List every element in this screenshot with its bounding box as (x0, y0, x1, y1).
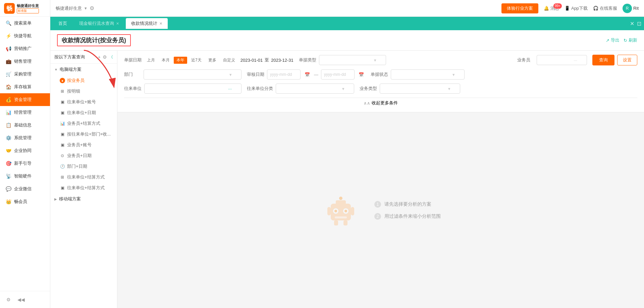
collapse-more-btn[interactable]: ∧∧ 收起更多条件 (124, 98, 637, 108)
tab-collection-close[interactable]: ✕ (159, 21, 162, 26)
sidebar-item-guide[interactable]: 🎯 新手引导 (0, 157, 50, 170)
scheme-item-counterparty-account[interactable]: ▣ 往来单位+账号 (50, 97, 117, 107)
settings-bottom-icon[interactable]: ⚙ (3, 295, 13, 305)
topbar-left: 畅捷通好生意 ▾ ⚙ (56, 5, 497, 11)
review-date-label: 审核日期 (247, 71, 264, 78)
sidebar-item-shortcut[interactable]: ⚡ 快捷导航 (0, 30, 50, 42)
date-tab-last-month[interactable]: 上月 (144, 57, 158, 64)
counterparty-select[interactable]: ··· (144, 84, 241, 94)
sidebar-item-marketing[interactable]: 📢 营销推广 (0, 42, 50, 55)
add-scheme-icon[interactable]: + (98, 54, 101, 60)
sidebar-item-search[interactable]: 🔍 搜索菜单 (0, 17, 50, 30)
topbar-settings-icon[interactable]: ⚙ (90, 5, 94, 11)
sidebar-item-purchase[interactable]: 🛒 采购管理 (0, 68, 50, 81)
svg-rect-1 (336, 200, 346, 205)
tab-collection-label: 收款情况统计 (131, 20, 157, 27)
voucher-status-select[interactable]: ▾ (391, 69, 465, 80)
scheme-item-salesman-account[interactable]: ▣ 业务员+账号 (50, 140, 117, 150)
query-btn[interactable]: 查询 (592, 55, 614, 65)
date-tab-custom[interactable]: 自定义 (220, 57, 238, 64)
scheme-item-counterparty-date[interactable]: ▣ 往来单位+日期 (50, 107, 117, 118)
voucher-type-dropdown-icon: ▾ (374, 58, 376, 63)
sidebar-item-inventory[interactable]: 🏠 库存核算 (0, 81, 50, 93)
scheme-item-cp-settle1[interactable]: ⊞ 往来单位+结算方式 (50, 172, 117, 183)
collapse-chevron-icon: ∧∧ (364, 101, 370, 106)
scheme-item-salesman[interactable]: ● 按业务员 (50, 75, 117, 86)
close-window-icon[interactable]: ✕ (630, 20, 634, 27)
filter-row-2: 部门 ▾ 审核日期 yyyy-mm-dd 📅 (124, 69, 637, 80)
online-service-btn[interactable]: 🎧 在线客服 (593, 5, 617, 11)
scheme-group-pc-header[interactable]: ▼ 电脑端方案 (50, 64, 117, 75)
nav-label-wechat: 企业微信 (14, 186, 32, 192)
review-date-cal2[interactable]: 📅 (357, 72, 365, 77)
nav-icon-guide: 🎯 (5, 160, 11, 166)
sidebar-item-finance[interactable]: 💰 资金管理 (0, 93, 50, 106)
nav-icon-shortcut: ⚡ (5, 33, 11, 39)
scheme-group-mobile: ▶ 移动端方案 (50, 193, 117, 205)
salesman-select[interactable]: ··· (537, 55, 587, 65)
review-date-to-placeholder: yyyy-mm-dd (324, 72, 346, 77)
sidebar-item-system[interactable]: ⚙️ 系统管理 (0, 132, 50, 144)
tab-collection[interactable]: 收款情况统计 ✕ (126, 18, 168, 29)
business-type-select[interactable]: ▾ (380, 84, 460, 94)
sidebar-item-wechat[interactable]: 💬 企业微信 (0, 183, 50, 195)
date-tab-7days[interactable]: 近7天 (189, 57, 204, 64)
sidebar-item-hardware[interactable]: 📡 智能硬件 (0, 170, 50, 183)
cp-category-select[interactable]: ▾ (276, 84, 354, 94)
cp-category-dropdown-icon: ▾ (342, 86, 344, 91)
svg-rect-8 (327, 207, 331, 215)
scheme-sm-account-label: 业务员+账号 (67, 142, 92, 148)
scheme-cp-account-label: 往来单位+账号 (67, 99, 96, 105)
app-download-btn[interactable]: 📱 App下载 (565, 5, 588, 11)
sidebar-item-member[interactable]: 👑 畅会员 (0, 195, 50, 208)
counterparty-label: 往来单位 (124, 86, 142, 92)
scheme-group-pc-label: 电脑端方案 (60, 66, 82, 72)
scheme-item-salesman-settle[interactable]: 📊 业务员+结算方式 (50, 118, 117, 129)
scheme-settings-icon[interactable]: ⚙ (103, 54, 107, 60)
svg-point-5 (334, 210, 337, 212)
scheme-item-salesman-date[interactable]: ⊙ 业务员+日期 (50, 150, 117, 161)
dept-select[interactable]: ▾ (144, 69, 241, 80)
voucher-type-select[interactable]: ▾ (319, 55, 386, 65)
filter-business-type-item: 业务类型 ▾ (360, 84, 460, 94)
scheme-cp-settle1-icon: ⊞ (60, 174, 65, 180)
collapse-panel-icon[interactable]: 《 (109, 54, 113, 60)
nav-icon-inventory: 🏠 (5, 84, 11, 90)
scheme-item-dept-date[interactable]: 🕐 部门+日期 (50, 161, 117, 172)
sidebar-item-basic[interactable]: 📋 基础信息 (0, 119, 50, 132)
user-area[interactable]: R Rit (623, 4, 639, 13)
date-tab-this-month[interactable]: 本月 (159, 57, 172, 64)
scheme-item-detail[interactable]: ⊞ 按明细 (50, 86, 117, 97)
export-btn[interactable]: ↗ 导出 (606, 37, 620, 43)
business-type-dropdown-icon: ▾ (448, 86, 450, 91)
message-btn[interactable]: 🔔 消息 99+ (544, 5, 559, 11)
sidebar-item-enterprise[interactable]: 🤝 企业协同 (0, 144, 50, 157)
date-tab-this-year[interactable]: 本年 (174, 57, 187, 64)
svg-rect-7 (335, 216, 347, 218)
review-date-from[interactable]: yyyy-mm-dd (267, 69, 301, 80)
tab-bank-close[interactable]: ✕ (116, 21, 119, 26)
tab-bank[interactable]: 现金银行流水查询 ✕ (74, 18, 124, 29)
sidebar-item-sales[interactable]: 💼 销售管理 (0, 55, 50, 68)
bell-icon: 🔔 (544, 6, 549, 11)
left-panel-actions: + ⚙ 《 (98, 54, 113, 60)
setting-btn[interactable]: 设置 (617, 55, 637, 65)
collapse-sidebar-icon[interactable]: ◀◀ (16, 295, 26, 305)
review-date-to[interactable]: yyyy-mm-dd (321, 69, 355, 80)
industry-btn[interactable]: 体验行业方案 (501, 3, 538, 13)
scheme-group-mobile-header[interactable]: ▶ 移动端方案 (50, 193, 117, 205)
scheme-item-cp-settle2[interactable]: ▣ 往来单位+结算方式 (50, 183, 117, 193)
dept-label: 部门 (124, 71, 141, 78)
counterparty-more-icon[interactable]: ··· (228, 86, 232, 91)
filter-date-item: 单据日期 上月 本月 本年 近7天 更多 自定义 2023-01-01 (124, 57, 293, 64)
right-panel: 单据日期 上月 本月 本年 近7天 更多 自定义 2023-01-01 (117, 51, 644, 308)
date-tab-more[interactable]: 更多 (206, 57, 219, 64)
maximize-window-icon[interactable]: ⊡ (637, 20, 641, 27)
topbar-dropdown-icon[interactable]: ▾ (85, 6, 87, 11)
page-actions: ↗ 导出 ↻ 刷新 (606, 37, 637, 43)
refresh-btn[interactable]: ↻ 刷新 (624, 37, 637, 43)
review-date-cal1[interactable]: 📅 (303, 72, 311, 77)
tab-home[interactable]: 首页 (53, 18, 72, 29)
sidebar-item-business[interactable]: 📊 经营管理 (0, 106, 50, 119)
scheme-item-counterparty-dept[interactable]: ▣ 按往来单位+部门+收... (50, 129, 117, 140)
